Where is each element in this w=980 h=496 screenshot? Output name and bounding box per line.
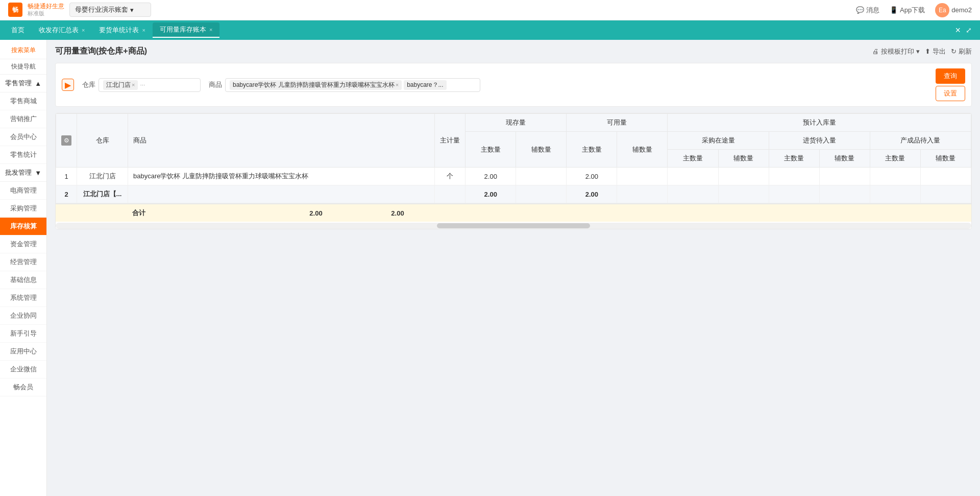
industry-selector[interactable]: 母婴行业演示账套 ▾ — [69, 3, 151, 17]
row2-no: 2 — [56, 185, 77, 203]
col-header-stock-main: 主数量 — [465, 132, 516, 168]
chevron-down-icon: ▼ — [35, 169, 41, 177]
warehouse-input[interactable]: 江北门店 × ··· — [99, 78, 201, 92]
row2-product-main — [870, 185, 920, 203]
page-title: 可用量查询(按仓库+商品) — [55, 46, 147, 57]
row1-warehouse: 江北门店 — [77, 168, 128, 185]
sidebar-item-basic-info[interactable]: 基础信息 — [0, 271, 46, 289]
sidebar-item-purchase-mgmt[interactable]: 采购管理 — [0, 200, 46, 218]
dropdown-icon: ▾ — [916, 48, 920, 55]
scrollbar-thumb[interactable] — [437, 223, 590, 228]
row2-unit — [435, 185, 465, 203]
sidebar-item-member-center[interactable]: 会员中心 — [0, 128, 46, 146]
sidebar-item-retail-stats[interactable]: 零售统计 — [0, 146, 46, 164]
filter-bar: ▶ 仓库 江北门店 × ··· 商品 babycare学饮杯 儿童防摔防撞吸管杯… — [55, 63, 972, 107]
col-header-settings: ⚙ — [56, 114, 77, 168]
filter-actions: 查询 设置 — [936, 68, 965, 101]
col-header-main-unit: 主计量 — [435, 114, 465, 168]
sidebar-item-retail-mgmt[interactable]: 零售管理 ▲ — [0, 75, 46, 92]
top-bar-left: 畅 畅捷通好生意 标准版 母婴行业演示账套 ▾ — [8, 3, 151, 17]
row2-warehouse: 江北门店【... — [77, 185, 128, 203]
sidebar: 搜索菜单 快捷导航 零售管理 ▲ 零售商城 营销推广 会员中心 零售统计 批发管… — [0, 40, 47, 496]
warehouse-filter: 仓库 江北门店 × ··· — [82, 78, 201, 92]
row2-avail-aux — [617, 185, 668, 203]
sidebar-item-app-center[interactable]: 应用中心 — [0, 343, 46, 361]
tab-home[interactable]: 首页 — [4, 22, 32, 38]
maximize-window-icon[interactable]: ⤢ — [966, 26, 972, 34]
sidebar-item-finance-mgmt[interactable]: 资金管理 — [0, 235, 46, 253]
row1-incoming-main — [769, 168, 819, 185]
brand-info: 畅捷通好生意 标准版 — [28, 3, 64, 17]
tab-order-stat[interactable]: 要货单统计表 × — [92, 22, 152, 38]
row1-product-aux — [920, 168, 971, 185]
col-header-warehouse: 仓库 — [77, 114, 128, 168]
col-header-available: 可用量 — [567, 114, 668, 132]
sidebar-item-ecommerce[interactable]: 电商管理 — [0, 182, 46, 200]
export-button[interactable]: ⬆ 导出 — [925, 47, 946, 56]
query-button[interactable]: 查询 — [936, 68, 965, 84]
refresh-button[interactable]: ↻ 刷新 — [951, 47, 972, 56]
tab-available-stock[interactable]: 可用量库存账本 × — [153, 22, 219, 38]
chevron-up-icon: ▲ — [35, 80, 41, 87]
footer-stock-main-total: 2.00 — [296, 209, 336, 217]
col-header-avail-main: 主数量 — [567, 132, 617, 168]
product-tag-2: babycare？... — [404, 80, 446, 90]
footer-avail-main-total: 2.00 — [377, 209, 418, 217]
row2-incoming-aux — [819, 185, 870, 203]
sidebar-item-operations-mgmt[interactable]: 经营管理 — [0, 253, 46, 271]
col-header-planned-inbound: 预计入库量 — [668, 114, 971, 132]
sidebar-item-inventory-check[interactable]: 库存核算 — [0, 218, 46, 235]
col-header-product-pending: 产成品待入量 — [870, 132, 971, 150]
sidebar-item-retail-mall[interactable]: 零售商城 — [0, 92, 46, 110]
sidebar-item-enterprise-wechat[interactable]: 企业微信 — [0, 361, 46, 379]
row2-stock-main: 2.00 — [465, 185, 516, 203]
remove-warehouse-tag[interactable]: × — [132, 82, 135, 88]
brand-name: 畅捷通好生意 — [28, 3, 64, 10]
col-header-stock-aux: 辅数量 — [516, 132, 567, 168]
sidebar-quick-nav[interactable]: 快捷导航 — [0, 59, 46, 75]
row1-product: babycare学饮杯 儿童防摔防撞吸管杯重力球吸嘴杯宝宝水杯 — [128, 168, 435, 185]
sidebar-item-system-mgmt[interactable]: 系统管理 — [0, 289, 46, 307]
page-header: 可用量查询(按仓库+商品) 🖨 按模板打印 ▾ ⬆ 导出 ↻ 刷新 — [55, 46, 972, 57]
horizontal-scrollbar[interactable] — [56, 223, 971, 229]
product-input[interactable]: babycare学饮杯 儿童防摔防撞吸管杯重力球吸嘴杯宝宝水杯 × babyca… — [225, 78, 480, 92]
sidebar-item-vip-member[interactable]: 畅会员 — [0, 379, 46, 396]
sidebar-item-marketing[interactable]: 营销推广 — [0, 110, 46, 128]
table-settings-icon[interactable]: ⚙ — [61, 135, 71, 146]
row2-stock-aux — [516, 185, 567, 203]
row2-purchase-transit-main — [668, 185, 718, 203]
col-header-purchase-transit-aux: 辅数量 — [718, 150, 769, 168]
row1-avail-aux — [617, 168, 668, 185]
close-window-icon[interactable]: × — [955, 25, 961, 36]
content-area: 可用量查询(按仓库+商品) 🖨 按模板打印 ▾ ⬆ 导出 ↻ 刷新 ▶ — [47, 40, 980, 496]
tab-receive-pay[interactable]: 收发存汇总表 × — [32, 22, 92, 38]
close-tab-order-stat[interactable]: × — [142, 27, 145, 33]
sidebar-item-wholesale-mgmt[interactable]: 批发管理 ▼ — [0, 164, 46, 182]
col-header-product: 商品 — [128, 114, 435, 168]
phone-icon: 📱 — [890, 6, 898, 14]
settings-button[interactable]: 设置 — [936, 86, 965, 101]
table-row: 1 江北门店 babycare学饮杯 儿童防摔防撞吸管杯重力球吸嘴杯宝宝水杯 个… — [56, 168, 971, 185]
close-tab-receive-pay[interactable]: × — [82, 27, 85, 33]
remove-product-tag-1[interactable]: × — [396, 82, 399, 88]
nav-tabs: 首页 收发存汇总表 × 要货单统计表 × 可用量库存账本 × × ⤢ — [0, 20, 980, 40]
refresh-icon: ↻ — [951, 48, 957, 55]
row2-avail-main: 2.00 — [567, 185, 617, 203]
app-download-button[interactable]: 📱 App下载 — [890, 6, 925, 15]
user-menu[interactable]: Ea demo2 — [935, 3, 972, 17]
sidebar-item-new-guide[interactable]: 新手引导 — [0, 325, 46, 343]
sidebar-search[interactable]: 搜索菜单 — [0, 42, 46, 59]
message-icon: 💬 — [856, 6, 864, 14]
col-header-purchase-transit: 采购在途量 — [668, 132, 769, 150]
col-header-product-aux: 辅数量 — [920, 150, 971, 168]
template-print-button[interactable]: 🖨 按模板打印 ▾ — [872, 47, 920, 56]
row1-unit: 个 — [435, 168, 465, 185]
message-button[interactable]: 💬 消息 — [856, 6, 879, 15]
print-icon: 🖨 — [872, 48, 879, 55]
close-tab-available-stock[interactable]: × — [209, 27, 212, 33]
chevron-down-icon: ▾ — [130, 6, 134, 14]
product-tag-1: babycare学饮杯 儿童防摔防撞吸管杯重力球吸嘴杯宝宝水杯 × — [230, 80, 402, 90]
sidebar-item-enterprise-collab[interactable]: 企业协同 — [0, 307, 46, 325]
data-table: ⚙ 仓库 商品 主计量 现存量 可用量 预计入库量 主数量 辅数量 主数量 辅数… — [55, 113, 972, 229]
filter-toggle-button[interactable]: ▶ — [62, 79, 74, 91]
